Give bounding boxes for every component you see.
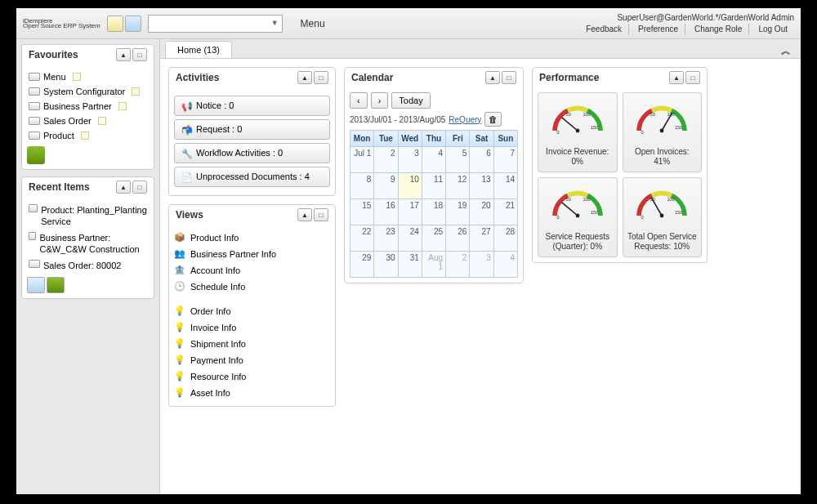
cal-cell[interactable]: 3 <box>470 252 493 278</box>
cal-cell[interactable]: 8 <box>350 173 374 199</box>
cal-cell[interactable]: 5 <box>446 147 470 173</box>
cal-cell[interactable]: 2 <box>446 252 470 278</box>
activity-button[interactable]: 📬Request : 0 <box>174 119 330 140</box>
cal-cell[interactable]: 16 <box>374 199 398 225</box>
gauge-card[interactable]: 50 100 150 0 Total Open Service Requests… <box>623 177 703 257</box>
cal-cell[interactable]: 19 <box>446 199 470 225</box>
cal-cell[interactable]: 29 <box>350 252 374 278</box>
cal-cell[interactable]: 3 <box>398 147 422 173</box>
cal-prev-button[interactable]: ‹ <box>350 92 368 109</box>
favourite-item[interactable]: Menu <box>27 69 149 84</box>
search-combo[interactable] <box>148 15 283 33</box>
favourite-label: System Configurator <box>43 87 125 96</box>
cal-delete-icon[interactable]: 🗑 <box>484 112 502 127</box>
view-item[interactable]: 👥Business Partner Info <box>174 246 330 262</box>
link-feedback[interactable]: Feedback <box>579 24 629 35</box>
collapse-icon[interactable]: ▲ <box>116 181 131 194</box>
view-item[interactable]: 🕒Schedule Info <box>174 279 330 295</box>
maximize-icon[interactable]: □ <box>132 48 147 61</box>
new-window-icon[interactable] <box>73 73 81 81</box>
link-change-role[interactable]: Change Role <box>688 24 749 35</box>
cal-cell[interactable]: 25 <box>422 225 445 252</box>
recent-item[interactable]: Product: Planting_Planting Service <box>27 202 149 230</box>
collapse-icon[interactable]: ▲ <box>669 71 684 84</box>
cal-cell[interactable]: 28 <box>493 225 517 252</box>
new-window-icon[interactable] <box>132 87 140 96</box>
view-item[interactable]: 💡Shipment Info <box>174 336 330 352</box>
new-window-icon[interactable] <box>81 132 89 140</box>
recent-item[interactable]: Sales Order: 80002 <box>27 257 149 274</box>
cal-cell[interactable]: 4 <box>493 252 517 278</box>
view-item[interactable]: 📦Product Info <box>174 230 330 246</box>
toolbar-new-icon[interactable] <box>107 16 123 32</box>
cal-cell[interactable]: 13 <box>470 173 493 199</box>
new-window-icon[interactable] <box>98 117 106 125</box>
maximize-icon[interactable]: □ <box>314 71 328 84</box>
gauge-card[interactable]: 50 100 150 0 Service Requests (Quarter):… <box>538 177 618 257</box>
cal-cell[interactable]: 15 <box>350 199 374 225</box>
collapse-icon[interactable]: ▲ <box>485 71 500 84</box>
toolbar-open-icon[interactable] <box>125 16 141 32</box>
recent-item[interactable]: Business Partner: C&W_C&W Construction <box>27 230 149 257</box>
favourite-item[interactable]: Business Partner <box>27 99 149 114</box>
cal-cell[interactable]: 6 <box>470 147 493 173</box>
maximize-icon[interactable]: □ <box>132 181 147 194</box>
cal-cell[interactable]: Jul 1 <box>350 147 374 173</box>
view-item[interactable]: 💡Payment Info <box>174 352 330 368</box>
activity-button[interactable]: 📢Notice : 0 <box>174 96 330 116</box>
favourite-item[interactable]: Sales Order <box>27 114 149 128</box>
menu-button[interactable]: Menu <box>291 15 335 33</box>
cal-cell[interactable]: 20 <box>470 199 493 225</box>
link-preference[interactable]: Preference <box>632 24 685 35</box>
collapse-icon[interactable]: ▲ <box>297 71 312 84</box>
cal-cell[interactable]: 17 <box>398 199 422 225</box>
activity-label: Request : 0 <box>196 124 242 134</box>
collapse-icon[interactable]: ▲ <box>116 48 131 61</box>
cal-cell[interactable]: 27 <box>470 225 493 252</box>
cal-cell[interactable]: 24 <box>398 225 422 252</box>
cal-cell[interactable]: 22 <box>350 225 374 252</box>
view-item[interactable]: 💡Order Info <box>174 303 330 319</box>
tab-home[interactable]: Home (13) <box>165 41 232 58</box>
cal-cell[interactable]: 21 <box>493 199 517 225</box>
new-window-icon[interactable] <box>118 102 127 110</box>
cal-cell[interactable]: Aug 1 <box>422 252 445 278</box>
view-item[interactable]: 🏦Account Info <box>174 262 330 279</box>
cal-cell[interactable]: 14 <box>493 173 517 199</box>
cal-cell[interactable]: 31 <box>398 252 422 278</box>
favourite-item[interactable]: Product <box>27 128 149 143</box>
activities-title: Activities <box>176 72 219 83</box>
favourite-item[interactable]: System Configurator <box>27 84 149 99</box>
collapse-chevron-icon[interactable]: ︽ <box>781 44 791 58</box>
gauge-card[interactable]: 50 100 150 0 Invoice Revenue: 0% <box>538 92 618 172</box>
cal-cell[interactable]: 9 <box>374 173 398 199</box>
cal-cell[interactable]: 23 <box>374 225 398 252</box>
view-item[interactable]: 💡Asset Info <box>174 385 330 401</box>
trash-icon[interactable] <box>27 146 45 164</box>
cal-next-button[interactable]: › <box>371 92 389 109</box>
cal-cell[interactable]: 4 <box>422 147 445 173</box>
refresh-icon[interactable] <box>27 277 45 293</box>
activity-button[interactable]: 🔧Workflow Activities : 0 <box>174 143 330 163</box>
activity-button[interactable]: 📄Unprocessed Documents : 4 <box>174 167 330 187</box>
collapse-icon[interactable]: ▲ <box>297 208 312 221</box>
cal-cell[interactable]: 30 <box>374 252 398 278</box>
cal-cell[interactable]: 18 <box>422 199 445 225</box>
cal-cell[interactable]: 26 <box>446 225 470 252</box>
cal-cell[interactable]: 7 <box>493 147 517 173</box>
cal-requery-link[interactable]: ReQuery <box>449 115 481 124</box>
view-icon: 🏦 <box>174 265 185 276</box>
maximize-icon[interactable]: □ <box>685 71 700 84</box>
cal-cell[interactable]: 12 <box>446 173 470 199</box>
cal-cell[interactable]: 11 <box>422 173 445 199</box>
cal-today-button[interactable]: Today <box>391 92 430 109</box>
maximize-icon[interactable]: □ <box>502 71 516 84</box>
cal-cell[interactable]: 2 <box>374 147 398 173</box>
gauge-card[interactable]: 50 100 150 0 Open Invoices: 41% <box>623 92 703 172</box>
cal-cell[interactable]: 10 <box>398 173 422 199</box>
link-logout[interactable]: Log Out <box>752 24 794 35</box>
trash-icon[interactable] <box>47 277 65 293</box>
view-item[interactable]: 💡Resource Info <box>174 368 330 385</box>
maximize-icon[interactable]: □ <box>314 208 328 221</box>
view-item[interactable]: 💡Invoice Info <box>174 319 330 336</box>
